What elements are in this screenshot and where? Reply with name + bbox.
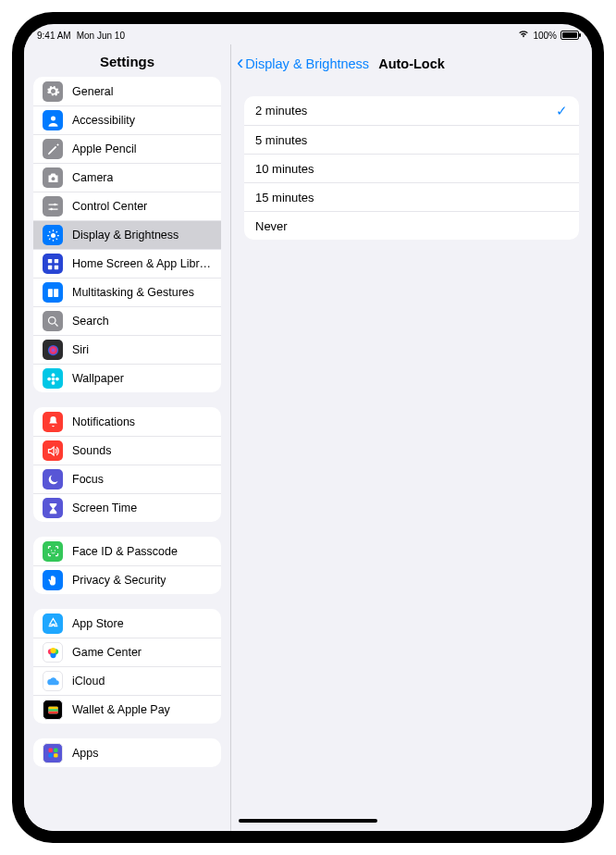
sidebar-item-label: Wallet & Apple Pay <box>72 703 170 716</box>
sidebar-item-home-screen[interactable]: Home Screen & App Library <box>33 249 221 278</box>
svg-rect-28 <box>48 749 52 752</box>
sidebar-item-label: Apple Pencil <box>72 142 137 155</box>
sidebar-item-display-brightness[interactable]: Display & Brightness <box>33 220 221 249</box>
sidebar-item-label: Display & Brightness <box>72 229 179 242</box>
appstore-icon <box>43 613 63 634</box>
split-view: Settings GeneralAccessibilityApple Penci… <box>24 44 592 831</box>
sidebar-scroll[interactable]: GeneralAccessibilityApple PencilCameraCo… <box>24 77 230 831</box>
svg-rect-7 <box>47 265 51 268</box>
sidebar-item-label: Sounds <box>72 444 111 457</box>
option-label: 15 minutes <box>255 191 314 204</box>
svg-point-12 <box>47 344 57 354</box>
sidebar-item-camera[interactable]: Camera <box>33 163 221 192</box>
svg-rect-30 <box>48 753 52 757</box>
svg-point-16 <box>47 377 51 380</box>
sidebar-item-label: iCloud <box>72 675 105 688</box>
sidebar-item-apps[interactable]: Apps <box>33 738 221 767</box>
svg-rect-29 <box>54 749 57 752</box>
sounds-icon <box>43 440 63 461</box>
svg-point-0 <box>51 116 55 120</box>
autolock-option[interactable]: 5 minutes <box>244 125 579 154</box>
sidebar-item-siri[interactable]: Siri <box>33 335 221 364</box>
sidebar: Settings GeneralAccessibilityApple Penci… <box>24 44 231 831</box>
sidebar-item-label: Multitasking & Gestures <box>72 286 194 299</box>
sidebar-item-notifications[interactable]: Notifications <box>33 407 221 436</box>
sidebar-item-label: Screen Time <box>72 502 137 514</box>
sidebar-item-label: Search <box>72 315 109 328</box>
autolock-option[interactable]: 15 minutes <box>244 182 579 211</box>
sidebar-item-label: Focus <box>72 473 104 486</box>
sidebar-item-label: Camera <box>72 171 113 184</box>
icloud-icon <box>43 671 63 691</box>
svg-point-19 <box>54 550 55 551</box>
status-time: 9:41 AM <box>37 31 71 41</box>
gamecenter-icon <box>43 642 63 663</box>
sidebar-item-wallet[interactable]: Wallet & Apple Pay <box>33 695 221 724</box>
back-button[interactable]: ‹ Display & Brightness <box>237 54 369 74</box>
camera-icon <box>43 167 63 188</box>
sidebar-title: Settings <box>24 44 230 77</box>
wallpaper-icon <box>43 368 63 389</box>
sidebar-item-control-center[interactable]: Control Center <box>33 192 221 220</box>
sidebar-item-icloud[interactable]: iCloud <box>33 666 221 695</box>
sidebar-item-privacy[interactable]: Privacy & Security <box>33 565 221 594</box>
screen-time-icon <box>43 498 63 518</box>
sidebar-item-screen-time[interactable]: Screen Time <box>33 493 221 522</box>
home-screen-icon <box>43 254 63 274</box>
sidebar-item-focus[interactable]: Focus <box>33 465 221 493</box>
autolock-option[interactable]: Never <box>244 211 579 240</box>
detail-pane: ‹ Display & Brightness Auto-Lock 2 minut… <box>231 44 592 831</box>
search-icon <box>43 311 63 331</box>
sidebar-item-faceid[interactable]: Face ID & Passcode <box>33 537 221 565</box>
sidebar-item-apple-pencil[interactable]: Apple Pencil <box>33 134 221 163</box>
option-label: Never <box>255 219 288 233</box>
focus-icon <box>43 469 63 489</box>
sidebar-item-general[interactable]: General <box>33 77 221 105</box>
notifications-icon <box>43 412 63 432</box>
sidebar-item-appstore[interactable]: App Store <box>33 609 221 638</box>
svg-point-15 <box>51 381 55 385</box>
option-label: 2 minutes <box>255 104 307 118</box>
wifi-icon <box>518 30 529 41</box>
autolock-option[interactable]: 10 minutes <box>244 154 579 182</box>
svg-point-2 <box>54 203 56 205</box>
sidebar-item-label: Face ID & Passcode <box>72 545 178 558</box>
privacy-icon <box>43 570 63 590</box>
status-bar: 9:41 AM Mon Jun 10 100% <box>24 24 592 44</box>
control-center-icon <box>43 196 63 217</box>
apple-pencil-icon <box>43 139 63 159</box>
svg-point-14 <box>51 373 55 377</box>
sidebar-item-wallpaper[interactable]: Wallpaper <box>33 364 221 392</box>
sidebar-item-sounds[interactable]: Sounds <box>33 436 221 465</box>
detail-title: Auto-Lock <box>378 56 445 71</box>
sidebar-group: NotificationsSoundsFocusScreen Time <box>33 407 221 522</box>
sidebar-item-accessibility[interactable]: Accessibility <box>33 105 221 134</box>
svg-point-1 <box>51 177 55 180</box>
sidebar-group: GeneralAccessibilityApple PencilCameraCo… <box>33 77 221 392</box>
svg-rect-9 <box>47 289 52 297</box>
svg-rect-8 <box>54 265 57 268</box>
ipad-device-frame: 9:41 AM Mon Jun 10 100% Settings General… <box>12 12 604 843</box>
autolock-option[interactable]: 2 minutes✓ <box>244 96 579 125</box>
sidebar-item-search[interactable]: Search <box>33 306 221 335</box>
display-brightness-icon <box>43 225 63 245</box>
svg-rect-5 <box>47 258 51 262</box>
svg-rect-25 <box>48 706 57 709</box>
svg-rect-26 <box>48 709 57 712</box>
screen: 9:41 AM Mon Jun 10 100% Settings General… <box>24 24 592 831</box>
sidebar-item-gamecenter[interactable]: Game Center <box>33 638 221 666</box>
autolock-options: 2 minutes✓5 minutes10 minutes15 minutesN… <box>244 96 579 240</box>
battery-pct: 100% <box>533 31 557 41</box>
sidebar-item-label: Notifications <box>72 415 135 428</box>
sidebar-group: Apps <box>33 738 221 767</box>
sidebar-item-label: Control Center <box>72 200 147 213</box>
sidebar-item-label: General <box>72 85 113 98</box>
sidebar-item-label: Apps <box>72 747 99 760</box>
accessibility-icon <box>43 110 63 130</box>
sidebar-item-label: Siri <box>72 343 89 356</box>
svg-point-3 <box>50 207 53 210</box>
sidebar-item-label: Game Center <box>72 646 142 659</box>
sidebar-item-multitasking[interactable]: Multitasking & Gestures <box>33 278 221 306</box>
sidebar-item-label: Wallpaper <box>72 372 124 385</box>
svg-rect-6 <box>54 258 57 262</box>
